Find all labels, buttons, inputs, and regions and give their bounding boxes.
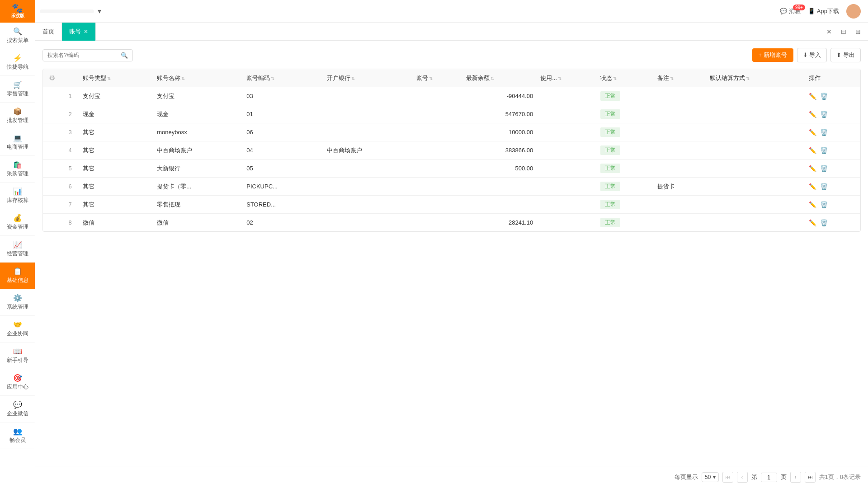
edit-icon[interactable]: ✏️ — [809, 93, 816, 100]
sidebar-item-app-center[interactable]: 🎯 应用中心 — [0, 369, 35, 396]
table: ⚙ 账号类型⇅ 账号名称⇅ 账号编码⇅ 开户银行⇅ 账号⇅ 最新余额⇅ 使用..… — [43, 69, 860, 231]
col-type[interactable]: 账号类型⇅ — [79, 69, 153, 87]
col-settlement[interactable]: 默认结算方式⇅ — [706, 69, 805, 87]
row-bank-cell: 中百商场账户 — [323, 141, 413, 160]
edit-icon[interactable]: ✏️ — [809, 129, 816, 136]
message-button[interactable]: 💬 消息 99+ — [780, 7, 801, 15]
row-note-cell: 提货卡 — [654, 178, 706, 196]
sidebar-item-basic[interactable]: 📋 基础信息 — [0, 263, 35, 289]
delete-icon[interactable]: 🗑️ — [820, 183, 828, 190]
app-download-button[interactable]: 📱 App下载 — [808, 7, 839, 15]
sidebar-item-label: 采购管理 — [2, 170, 33, 178]
user-avatar[interactable] — [846, 4, 861, 19]
sidebar-item-retail[interactable]: 🛒 零售管理 — [0, 76, 35, 103]
import-button[interactable]: ⬇ 导入 — [797, 48, 827, 62]
dropdown-arrow[interactable]: ▾ — [98, 7, 101, 15]
prev-page-button[interactable]: ‹ — [737, 472, 748, 483]
row-bank-cell — [323, 123, 413, 141]
per-page-select[interactable]: 50 ▾ — [702, 472, 718, 482]
edit-icon[interactable]: ✏️ — [809, 201, 816, 208]
col-use[interactable]: 使用...⇅ — [537, 69, 596, 87]
export-button[interactable]: ⬆ 导出 — [830, 48, 861, 62]
tab-close-button[interactable]: ✕ — [823, 25, 835, 38]
tab-home[interactable]: 首页 — [35, 23, 62, 41]
next-page-button[interactable]: › — [790, 472, 801, 483]
sidebar-item-ecommerce[interactable]: 💻 电商管理 — [0, 129, 35, 156]
delete-icon[interactable]: 🗑️ — [820, 111, 828, 118]
row-name-cell: 大新银行 — [153, 160, 243, 178]
sidebar-item-member[interactable]: 👥 畅会员 — [0, 422, 35, 449]
page-input[interactable] — [761, 473, 777, 482]
wholesale-icon: 📦 — [2, 107, 33, 116]
row-status-cell: 正常 — [597, 160, 654, 178]
row-action-cell: ✏️ 🗑️ — [805, 196, 860, 214]
sidebar-item-label: 搜索菜单 — [2, 37, 33, 44]
sidebar-item-label: 应用中心 — [2, 383, 33, 391]
delete-icon[interactable]: 🗑️ — [820, 129, 828, 136]
row-account-cell — [413, 196, 462, 214]
edit-icon[interactable]: ✏️ — [809, 219, 816, 226]
row-balance-cell — [462, 178, 537, 196]
delete-icon[interactable]: 🗑️ — [820, 165, 828, 172]
tab-maximize-button[interactable]: ⊞ — [852, 25, 864, 38]
delete-icon[interactable]: 🗑️ — [820, 93, 828, 100]
row-note-cell — [654, 141, 706, 160]
row-account-cell — [413, 87, 462, 105]
sidebar-item-purchase[interactable]: 🛍️ 采购管理 — [0, 156, 35, 183]
tab-minimize-button[interactable]: ⊟ — [837, 25, 850, 38]
col-status[interactable]: 状态⇅ — [597, 69, 654, 87]
row-type-cell: 其它 — [79, 141, 153, 160]
sidebar-item-label: 批发管理 — [2, 117, 33, 124]
wechat-icon: 💬 — [2, 400, 33, 409]
settings-col-icon[interactable]: ⚙ — [49, 74, 55, 82]
sidebar-item-system[interactable]: ⚙️ 系统管理 — [0, 289, 35, 316]
row-num-cell: 3 — [61, 123, 79, 141]
last-page-button[interactable]: ⏭ — [805, 472, 816, 483]
delete-icon[interactable]: 🗑️ — [820, 147, 828, 154]
top-search[interactable] — [40, 9, 94, 13]
edit-icon[interactable]: ✏️ — [809, 183, 816, 190]
search-box[interactable]: 🔍 — [42, 49, 133, 61]
search-icon[interactable]: 🔍 — [121, 52, 128, 59]
row-action-cell: ✏️ 🗑️ — [805, 87, 860, 105]
sidebar-item-agreement[interactable]: 🤝 企业协同 — [0, 316, 35, 343]
delete-icon[interactable]: 🗑️ — [820, 219, 828, 226]
search-input[interactable] — [47, 52, 118, 58]
row-note-cell — [654, 160, 706, 178]
sidebar-item-wholesale[interactable]: 📦 批发管理 — [0, 103, 35, 129]
row-balance-cell: -90444.00 — [462, 87, 537, 105]
row-use-cell — [537, 87, 596, 105]
sidebar-item-guide[interactable]: 📖 新手引导 — [0, 343, 35, 369]
finance-icon: 💰 — [2, 214, 33, 222]
edit-icon[interactable]: ✏️ — [809, 165, 816, 172]
edit-icon[interactable]: ✏️ — [809, 111, 816, 118]
row-type-cell: 支付宝 — [79, 87, 153, 105]
tab-close-icon[interactable]: ✕ — [84, 28, 88, 35]
edit-icon[interactable]: ✏️ — [809, 147, 816, 154]
col-bank[interactable]: 开户银行⇅ — [323, 69, 413, 87]
sidebar-item-search[interactable]: 🔍 搜索菜单 — [0, 23, 35, 49]
sidebar-item-quick[interactable]: ⚡ 快捷导航 — [0, 49, 35, 76]
delete-icon[interactable]: 🗑️ — [820, 201, 828, 208]
col-code[interactable]: 账号编码⇅ — [243, 69, 323, 87]
table-row: 4 其它 中百商场账户 04 中百商场账户 383866.00 正常 ✏️ 🗑️ — [43, 141, 860, 160]
row-use-cell — [537, 105, 596, 123]
row-settlement-cell — [706, 123, 805, 141]
row-balance-cell: 500.00 — [462, 160, 537, 178]
tab-account[interactable]: 账号 ✕ — [62, 23, 96, 41]
col-name[interactable]: 账号名称⇅ — [153, 69, 243, 87]
row-status-cell: 正常 — [597, 105, 654, 123]
col-account[interactable]: 账号⇅ — [413, 69, 462, 87]
sidebar-item-operation[interactable]: 📈 经营管理 — [0, 236, 35, 263]
row-code-cell: 05 — [243, 160, 323, 178]
add-account-button[interactable]: + 新增账号 — [752, 48, 793, 62]
row-action-cell: ✏️ 🗑️ — [805, 105, 860, 123]
sidebar-item-inventory[interactable]: 📊 库存核算 — [0, 183, 35, 209]
first-page-button[interactable]: ⏮ — [722, 472, 733, 483]
row-code-cell: 04 — [243, 141, 323, 160]
col-note[interactable]: 备注⇅ — [654, 69, 706, 87]
per-page-chevron: ▾ — [713, 474, 716, 480]
sidebar-item-finance[interactable]: 💰 资金管理 — [0, 209, 35, 236]
sidebar-item-wechat[interactable]: 💬 企业微信 — [0, 396, 35, 422]
col-balance[interactable]: 最新余额⇅ — [462, 69, 537, 87]
